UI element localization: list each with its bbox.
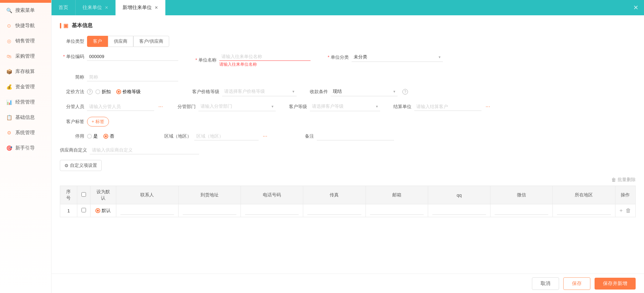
save-button[interactable]: 保存: [563, 277, 590, 290]
row-fax-input[interactable]: [307, 206, 361, 215]
unit-type-group: 客户 供应商 客户/供应商: [87, 36, 169, 47]
row-contact[interactable]: [116, 204, 178, 217]
customer-level-label: 客户等级: [283, 104, 307, 110]
disabled-field: 停用 是 否: [60, 133, 143, 139]
row-region[interactable]: [553, 204, 615, 217]
pricing-method-group: 折扣 价格等级: [95, 89, 141, 95]
row-email-input[interactable]: [370, 206, 424, 215]
sidebar-item-basic[interactable]: 📋 基础信息: [0, 110, 51, 125]
sidebar-item-finance[interactable]: 💰 资金管理: [0, 79, 51, 95]
settlement-unit-more-icon[interactable]: ···: [484, 104, 492, 110]
pricing-method-field: 定价方法 ? 折扣 价格等级: [60, 89, 185, 95]
code-name-row: 单位编码 单位名称 请输入往来单位名称 单位分类 未分类 ▾: [60, 52, 636, 67]
sidebar-item-inventory[interactable]: 📦 库存核算: [0, 64, 51, 79]
sidebar-item-purchase[interactable]: 🛍 采购管理: [0, 49, 51, 64]
pricing-level-label: 价格等级: [123, 89, 141, 95]
row-contact-input[interactable]: [120, 206, 174, 215]
pricing-discount-option[interactable]: 折扣: [95, 89, 111, 95]
row-phone-input[interactable]: [245, 206, 299, 215]
payment-terms-select[interactable]: 现结 ▾: [331, 87, 398, 96]
disabled-row: 停用 是 否 区域（地区） ···: [60, 132, 636, 140]
tab-home[interactable]: 首页: [52, 0, 76, 15]
inventory-icon: 📦: [6, 68, 13, 75]
row-add-icon[interactable]: +: [620, 207, 623, 214]
manager-more-icon[interactable]: ···: [157, 104, 164, 110]
sidebar-item-sales[interactable]: ◎ 销售管理: [0, 33, 51, 49]
row-address[interactable]: [178, 204, 241, 217]
region-input[interactable]: [194, 132, 259, 140]
save-and-new-button[interactable]: 保存并新增: [595, 278, 636, 290]
pricing-discount-radio[interactable]: [95, 89, 100, 94]
pricing-level-option[interactable]: 价格等级: [116, 89, 141, 95]
sidebar-item-search[interactable]: 🔍 搜索菜单: [0, 3, 51, 18]
main-area: 首页 往来单位 ✕ 新增往来单位 ✕ ✕ ▣ 基本信息 单位类型 客户 供应商: [52, 0, 644, 293]
row-default-radio[interactable]: [95, 208, 100, 213]
tab-close-icon[interactable]: ✕: [105, 5, 108, 10]
unit-type-supplier-btn[interactable]: 供应商: [108, 36, 133, 47]
row-delete-icon[interactable]: 🗑: [626, 207, 631, 214]
contacts-table: 序号 设为默认 联系人 到货地址 电话号码 传真 邮箱 qq 微信 所在地区 操…: [60, 186, 636, 217]
sidebar-top-bar: [0, 0, 51, 3]
search-icon: 🔍: [6, 7, 13, 14]
payment-terms-help-icon[interactable]: ?: [402, 89, 408, 95]
cancel-button[interactable]: 取消: [532, 277, 559, 290]
manager-field: 分管人员 ···: [60, 103, 164, 111]
remark-input[interactable]: [317, 132, 394, 140]
row-default: 默认: [90, 204, 116, 217]
unit-name-input[interactable]: [219, 52, 311, 61]
tab-new-partner[interactable]: 新增往来单位 ✕: [116, 0, 165, 15]
supplier-custom-field: 供应商自定义: [60, 146, 199, 154]
pricing-level-radio[interactable]: [116, 89, 121, 94]
customer-level-placeholder: 请选择客户等级: [312, 103, 376, 109]
manager-input[interactable]: [87, 103, 154, 111]
add-tag-button[interactable]: + 标签: [87, 117, 109, 127]
custom-settings-button[interactable]: ⚙ 自定义项设置: [60, 160, 102, 171]
batch-delete-label[interactable]: 批量删除: [618, 177, 636, 183]
sidebar-item-system[interactable]: ⚙ 系统管理: [0, 125, 51, 140]
row-email[interactable]: [366, 204, 428, 217]
disabled-no-option[interactable]: 否: [103, 133, 114, 139]
disabled-yes-radio[interactable]: [87, 134, 92, 139]
row-region-input[interactable]: [557, 206, 611, 215]
unit-code-input[interactable]: [87, 52, 178, 61]
disabled-no-radio[interactable]: [103, 134, 108, 139]
row-checkbox-input[interactable]: [81, 208, 86, 212]
remark-field: 备注: [290, 132, 394, 140]
row-qq-input[interactable]: [432, 206, 486, 215]
department-placeholder: 请输入分管部门: [201, 103, 272, 109]
home-icon: ⊙: [6, 22, 13, 29]
close-all-icon[interactable]: ✕: [633, 4, 638, 11]
col-fax: 传真: [303, 186, 366, 204]
disabled-yes-option[interactable]: 是: [87, 133, 98, 139]
tab-partner[interactable]: 往来单位 ✕: [76, 0, 116, 15]
department-select[interactable]: 请输入分管部门 ▾: [198, 102, 276, 111]
manager-row: 分管人员 ··· 分管部门 请输入分管部门 ▾ 客户等级 请选择客户等级 ▾: [60, 102, 636, 111]
unit-type-customer-btn[interactable]: 客户: [87, 36, 108, 47]
row-fax[interactable]: [303, 204, 366, 217]
gear-icon: ⚙: [64, 163, 69, 168]
pricing-method-label: 定价方法: [60, 89, 84, 95]
region-more-icon[interactable]: ···: [261, 133, 269, 139]
row-qq[interactable]: [428, 204, 490, 217]
row-wechat[interactable]: [490, 204, 553, 217]
sidebar: 🔍 搜索菜单 ⊙ 快捷导航 ◎ 销售管理 🛍 采购管理 📦 库存核算 💰 资金管…: [0, 0, 52, 293]
supplier-custom-input[interactable]: [90, 146, 199, 154]
unit-category-select[interactable]: 未分类 ▾: [352, 52, 443, 62]
row-phone[interactable]: [241, 204, 303, 217]
sidebar-item-quick-nav[interactable]: ⊙ 快捷导航: [0, 18, 51, 33]
customer-price-level-select[interactable]: 请选择客户价格等级 ▾: [222, 87, 297, 96]
sidebar-item-label: 基础信息: [15, 114, 35, 121]
settlement-unit-input[interactable]: [414, 103, 481, 111]
tab-close-icon[interactable]: ✕: [155, 5, 158, 10]
sidebar-item-operations[interactable]: 📊 经营管理: [0, 95, 51, 110]
tag-row: 客户标签 + 标签: [60, 117, 636, 127]
unit-type-both-btn[interactable]: 客户/供应商: [133, 36, 169, 47]
pricing-help-icon[interactable]: ?: [87, 89, 93, 95]
short-name-input[interactable]: [87, 73, 178, 81]
row-wechat-input[interactable]: [495, 206, 548, 215]
customer-level-select[interactable]: 请选择客户等级 ▾: [310, 102, 380, 111]
row-address-input[interactable]: [183, 206, 236, 215]
select-all-checkbox[interactable]: [81, 192, 86, 197]
row-default-radio-item[interactable]: 默认: [95, 207, 112, 214]
sidebar-item-guide[interactable]: 🎯 新手引导: [0, 140, 51, 156]
